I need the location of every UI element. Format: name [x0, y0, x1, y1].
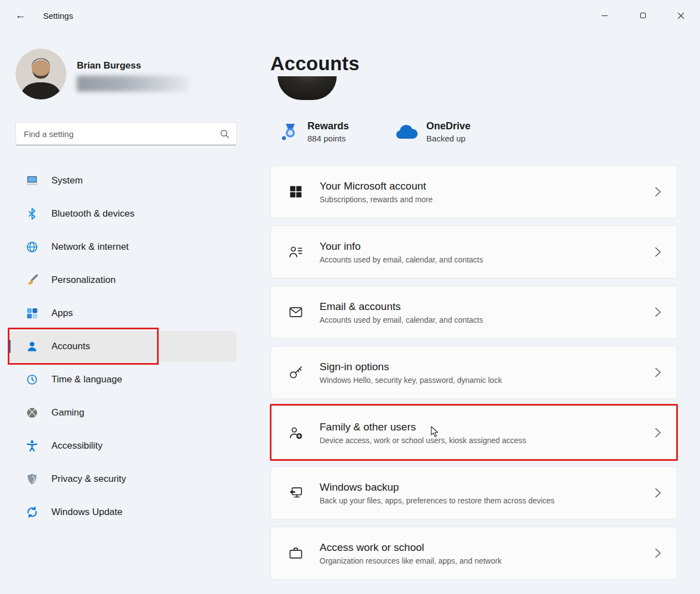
window-title: Settings — [43, 11, 73, 20]
sidebar-item-system[interactable]: System — [9, 165, 237, 196]
user-info: Brian Burgess — [77, 49, 189, 99]
window-controls — [586, 0, 700, 31]
onedrive-title: OneDrive — [426, 120, 471, 132]
titlebar: ← Settings — [0, 0, 700, 31]
sidebar-nav: System Bluetooth & devices Network & int… — [0, 165, 254, 528]
personalization-icon — [25, 274, 39, 287]
rewards-title: Rewards — [307, 120, 349, 132]
sidebar-item-accounts[interactable]: Accounts — [9, 331, 237, 362]
maximize-icon — [640, 13, 646, 18]
card-access-work-school[interactable]: Access work or school Organization resou… — [270, 527, 677, 580]
account-avatar-cropped — [278, 76, 337, 100]
sidebar-item-bluetooth-devices[interactable]: Bluetooth & devices — [9, 198, 237, 229]
work-school-icon — [288, 545, 304, 561]
sidebar-item-windows-update[interactable]: Windows Update — [9, 497, 237, 528]
time-language-icon — [25, 373, 39, 386]
sidebar-item-network-internet[interactable]: Network & internet — [9, 232, 237, 262]
onedrive-status: Backed up — [426, 134, 471, 143]
sidebar-item-accessibility[interactable]: Accessibility — [9, 430, 237, 461]
card-your-microsoft-account[interactable]: Your Microsoft account Subscriptions, re… — [270, 165, 677, 218]
user-email-redacted — [77, 76, 189, 92]
card-email-accounts[interactable]: Email & accounts Accounts used by email,… — [270, 286, 677, 339]
card-subtitle: Organization resources like email, apps,… — [320, 556, 502, 565]
back-arrow-icon: ← — [15, 9, 26, 22]
chevron-right-icon — [654, 366, 661, 379]
network-icon — [25, 240, 39, 254]
user-block[interactable]: Brian Burgess — [15, 49, 254, 99]
close-icon — [678, 13, 684, 19]
email-icon — [288, 304, 304, 320]
sidebar-item-label: Accessibility — [51, 440, 103, 451]
sidebar-item-label: Personalization — [51, 275, 116, 286]
sidebar-item-time-language[interactable]: Time & language — [9, 364, 237, 395]
sidebar-item-personalization[interactable]: Personalization — [9, 265, 237, 296]
rewards-text: Rewards 884 points — [307, 120, 349, 143]
card-subtitle: Windows Hello, security key, password, d… — [320, 376, 502, 385]
sidebar-item-label: System — [51, 175, 83, 186]
rewards-summary[interactable]: Rewards 884 points — [279, 120, 349, 143]
settings-card-list: Your Microsoft account Subscriptions, re… — [270, 165, 677, 580]
chevron-right-icon — [654, 246, 661, 258]
card-sign-in-options[interactable]: Sign-in options Windows Hello, security … — [270, 346, 677, 399]
sidebar-item-label: Apps — [51, 308, 73, 319]
app-body: Brian Burgess System Bluet — [0, 31, 700, 594]
onedrive-icon — [395, 124, 418, 140]
card-your-info[interactable]: Your info Accounts used by email, calend… — [270, 225, 677, 278]
sidebar-item-privacy-security[interactable]: Privacy & security — [9, 464, 237, 495]
system-icon — [25, 174, 39, 187]
sidebar-item-label: Network & internet — [51, 241, 129, 253]
card-subtitle: Back up your files, apps, preferences to… — [320, 496, 555, 505]
apps-icon — [25, 307, 39, 320]
search-input[interactable] — [24, 129, 220, 139]
minimize-icon — [602, 15, 608, 16]
user-name: Brian Burgess — [77, 60, 189, 71]
family-users-icon — [288, 425, 304, 440]
card-title: Your Microsoft account — [320, 180, 433, 192]
user-avatar — [15, 49, 66, 99]
windows-update-icon — [25, 506, 39, 519]
chevron-right-icon — [654, 306, 661, 318]
privacy-security-icon — [25, 472, 39, 486]
rewards-points: 884 points — [307, 134, 349, 143]
card-subtitle: Subscriptions, rewards and more — [320, 195, 433, 204]
back-button[interactable]: ← — [10, 6, 31, 25]
onedrive-text: OneDrive Backed up — [426, 120, 471, 143]
main-content: Accounts Rewards 884 points OneDrive Bac… — [254, 31, 700, 594]
card-title: Your info — [320, 240, 483, 253]
bluetooth-icon — [25, 207, 39, 220]
card-title: Sign-in options — [320, 361, 502, 373]
minimize-button[interactable] — [586, 0, 624, 31]
accessibility-icon — [25, 439, 39, 453]
page-title: Accounts — [270, 52, 677, 75]
gaming-icon — [25, 406, 39, 419]
onedrive-summary[interactable]: OneDrive Backed up — [395, 120, 471, 143]
sidebar-item-label: Windows Update — [51, 507, 123, 518]
card-title: Email & accounts — [320, 301, 483, 313]
sidebar-item-label: Privacy & security — [51, 474, 126, 485]
card-subtitle: Accounts used by email, calendar, and co… — [320, 316, 483, 324]
accounts-icon — [25, 340, 39, 353]
your-info-icon — [288, 244, 304, 260]
search-icon — [220, 129, 229, 139]
chevron-right-icon — [654, 186, 661, 198]
card-title: Access work or school — [320, 542, 502, 554]
windows-backup-icon — [288, 485, 304, 501]
card-subtitle: Device access, work or school users, kio… — [320, 436, 526, 445]
search-box[interactable] — [15, 122, 237, 145]
sidebar-item-gaming[interactable]: Gaming — [9, 397, 237, 428]
sidebar-item-label: Accounts — [51, 341, 90, 352]
key-icon — [288, 365, 304, 380]
card-windows-backup[interactable]: Windows backup Back up your files, apps,… — [270, 466, 677, 519]
card-subtitle: Accounts used by email, calendar, and co… — [320, 255, 483, 264]
chevron-right-icon — [654, 427, 661, 439]
chevron-right-icon — [654, 487, 661, 499]
card-family-other-users[interactable]: Family & other users Device access, work… — [270, 406, 677, 459]
rewards-icon — [279, 122, 299, 142]
maximize-button[interactable] — [624, 0, 662, 31]
close-button[interactable] — [662, 0, 700, 31]
sidebar-item-apps[interactable]: Apps — [9, 298, 237, 329]
chevron-right-icon — [654, 547, 661, 559]
card-title: Family & other users — [320, 421, 526, 433]
sidebar: Brian Burgess System Bluet — [0, 31, 254, 594]
card-title: Windows backup — [320, 481, 555, 493]
